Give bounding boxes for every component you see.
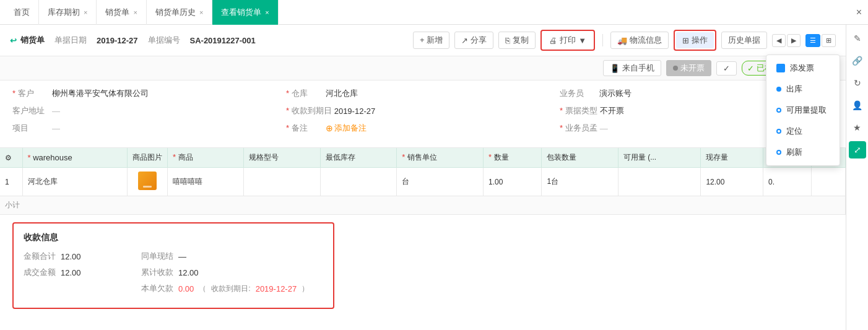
fields-row-3: 项目 — 备注 ⊕ 添加备注 业务员孟 — — [12, 123, 833, 134]
same-order-item: 同单现结 — — [141, 251, 234, 262]
available-qty-icon — [776, 108, 781, 113]
same-order-value: — — [178, 252, 186, 261]
invoice-type-label: 票据类型 — [560, 105, 597, 116]
amount-total-label: 金额合计 — [24, 251, 56, 262]
project-value: — — [52, 124, 60, 133]
form-icon: ↩ — [10, 36, 17, 45]
tab-inventory-init-close[interactable]: × — [84, 9, 87, 16]
address-label: 客户地址 — [12, 105, 50, 116]
add-invoice-item[interactable]: 添发票 — [766, 58, 840, 79]
same-order-label: 同单现结 — [141, 251, 173, 262]
data-table-wrap: ⚙ * warehouse 商品图片 * 商品 规格型号 最低库存 * 销售单位… — [0, 147, 846, 215]
link-button[interactable]: 🔗 — [849, 52, 866, 69]
date-value: 2019-12-27 — [97, 36, 138, 45]
col-spec: 规格型号 — [244, 148, 320, 168]
row-spec — [244, 168, 320, 196]
locate-item[interactable]: 定位 — [766, 121, 840, 142]
refresh-item[interactable]: 刷新 — [766, 142, 840, 163]
deal-amount-label: 成交金额 — [24, 267, 56, 278]
table-row: 1 河北仓库 嘻嘻嘻嘻 台 1.00 1台 12 — [0, 168, 846, 196]
star-button[interactable]: ★ — [849, 119, 866, 136]
arrears-label: 本单欠款 — [141, 283, 173, 294]
staff-value: 演示账号 — [599, 88, 631, 99]
arrears-item — [24, 283, 116, 294]
tab-sales-order-close[interactable]: × — [133, 9, 137, 16]
available-qty-label: 可用量提取 — [786, 105, 827, 116]
view-list[interactable]: ☰ — [805, 34, 820, 47]
print-button-wrapper: 🖨 打印 ▼ — [540, 30, 595, 51]
add-invoice-label: 添发票 — [790, 63, 814, 74]
tab-view-sales-close[interactable]: × — [265, 9, 269, 16]
sales-person-value: — — [600, 124, 608, 133]
fields-row-2: 客户地址 — 收款到期日 2019-12-27 票据类型 不开票 — [12, 105, 833, 116]
check-button[interactable]: ✓ — [716, 61, 737, 76]
expand-button[interactable]: ⤢ — [849, 141, 866, 158]
outbound-item[interactable]: 出库 — [766, 79, 840, 100]
share-label: 分享 — [471, 35, 487, 46]
row-num: 1 — [0, 168, 22, 196]
customer-value: 柳州粤港平安气体有限公司 — [52, 88, 149, 99]
form-fields: 客户 柳州粤港平安气体有限公司 仓库 河北仓库 业务员 演示账号 客户地址 — [0, 80, 846, 147]
outbound-icon — [776, 87, 781, 92]
refresh-circle-button[interactable]: ↻ — [849, 74, 866, 92]
remark-label: 备注 — [286, 123, 323, 134]
invoice-type-value: 不开票 — [600, 105, 624, 116]
add-remark-button[interactable]: ⊕ 添加备注 — [326, 123, 367, 134]
tab-sales-history-close[interactable]: × — [199, 9, 203, 16]
add-invoice-icon — [776, 64, 785, 72]
user-button[interactable]: 👤 — [849, 97, 866, 114]
form-header: ↩ 销货单 单据日期 2019-12-27 单据编号 SA-20191227-0… — [0, 25, 846, 56]
tab-sales-order[interactable]: 销货单 × — [97, 0, 146, 25]
logistics-button[interactable]: 🚚 物流信息 — [610, 32, 669, 49]
add-button[interactable]: + 新增 — [413, 32, 449, 49]
operations-dropdown: 添发票 出库 可用量提取 定位 刷新 — [766, 54, 840, 166]
date-label: 单据日期 — [54, 35, 87, 46]
tab-view-sales[interactable]: 查看销货单 × — [212, 0, 278, 25]
col-available: 可用量 (... — [618, 148, 701, 168]
payment-row-3: 本单欠款 0.00 （ 收款到期日: 2019-12-27 ） — [24, 283, 323, 294]
available-qty-item[interactable]: 可用量提取 — [766, 100, 840, 121]
share-button[interactable]: ↗ 分享 — [454, 32, 493, 49]
edit-button[interactable]: ✎ — [849, 30, 866, 47]
fields-row-1: 客户 柳州粤港平安气体有限公司 仓库 河北仓库 业务员 演示账号 — [12, 88, 833, 99]
phone-icon: 📱 — [610, 64, 620, 73]
col-min-stock: 最低库存 — [320, 148, 396, 168]
check-icon: ✓ — [723, 64, 730, 73]
amount-total-value: 12.00 — [61, 252, 81, 261]
copy-icon: ⎘ — [505, 36, 510, 45]
nav-next[interactable]: ▶ — [787, 34, 801, 47]
tab-inventory-init[interactable]: 库存期初 × — [39, 0, 97, 25]
row-pack-qty: 1台 — [542, 168, 618, 196]
form-title: ↩ 销货单 — [10, 35, 45, 46]
copy-label: 复制 — [513, 35, 529, 46]
due-date-label: 收款到期日 — [286, 105, 332, 116]
tab-home[interactable]: 首页 — [5, 0, 39, 25]
arrears-hint: （ — [199, 284, 206, 294]
locate-label: 定位 — [786, 126, 802, 137]
nav-prev[interactable]: ◀ — [772, 34, 786, 47]
tab-sales-history[interactable]: 销货单历史 × — [147, 0, 212, 25]
from-phone-label: 来自手机 — [622, 63, 654, 74]
copy-button[interactable]: ⎘ 复制 — [498, 32, 536, 49]
nav-arrows: ◀ ▶ — [772, 34, 801, 47]
staff-label: 业务员 — [560, 88, 597, 99]
logistics-icon: 🚚 — [617, 36, 627, 45]
tab-bar: 首页 库存期初 × 销货单 × 销货单历史 × 查看销货单 × × — [0, 0, 868, 25]
not-opened-label: 未开票 — [680, 63, 705, 74]
add-remark-icon: ⊕ — [326, 123, 333, 133]
tab-view-sales-label: 查看销货单 — [221, 7, 261, 18]
col-unit: * 销售单位 — [397, 148, 484, 168]
tab-inventory-init-label: 库存期初 — [48, 7, 80, 18]
view-grid[interactable]: ⊞ — [822, 34, 836, 47]
history-button[interactable]: 历史单据 — [721, 32, 767, 49]
not-opened-button[interactable]: 未开票 — [666, 60, 711, 76]
warehouse-field: 仓库 河北仓库 — [286, 88, 560, 99]
arrears-hint-close: ） — [302, 284, 309, 294]
close-all-button[interactable]: × — [856, 7, 862, 18]
project-label: 项目 — [12, 123, 50, 134]
operations-button[interactable]: ⊞ 操作 — [676, 32, 714, 48]
arrears-right-item: 本单欠款 0.00 （ 收款到期日: 2019-12-27 ） — [141, 283, 309, 294]
from-phone-button[interactable]: 📱 来自手机 — [603, 60, 661, 76]
print-button[interactable]: 🖨 打印 ▼ — [543, 32, 592, 48]
toolbar-divider — [602, 34, 603, 46]
